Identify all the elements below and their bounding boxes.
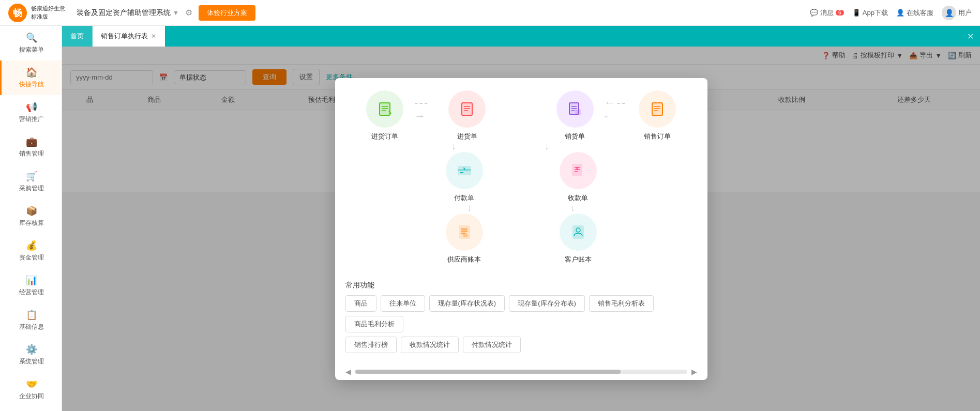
exp-btn[interactable]: 体验行业方案 xyxy=(199,5,255,21)
arrow-purchase-to-bill: - - - → xyxy=(414,96,438,123)
flow-supplier-ledger[interactable]: 供应商账本 xyxy=(433,214,495,264)
sidebar-item-quick-nav[interactable]: 🏠 快捷导航 xyxy=(0,60,62,95)
svg-rect-34 xyxy=(463,234,468,237)
scroll-left-btn[interactable]: ◀ xyxy=(345,368,351,376)
flow-payment-bill[interactable]: ¥ 付款单 xyxy=(433,152,495,203)
tab-home-label: 首页 xyxy=(70,32,84,41)
operations-icon: 📊 xyxy=(26,275,37,286)
func-btn-product[interactable]: 商品 xyxy=(345,295,376,312)
sidebar-label-purchase: 采购管理 xyxy=(19,184,44,193)
flow-receipt-bill[interactable]: ¥ 收款单 xyxy=(547,152,609,203)
scroll-thumb xyxy=(355,370,621,374)
user-label: 用户 xyxy=(958,8,972,18)
finance-icon: 💰 xyxy=(26,240,37,251)
cooperation-icon: 🤝 xyxy=(26,378,37,390)
svg-text:¥: ¥ xyxy=(576,166,578,171)
sidebar-item-basic-info[interactable]: 📋 基础信息 xyxy=(0,303,62,338)
sidebar-label-cooperation: 企业协同 xyxy=(19,392,44,401)
flow-sales-order[interactable]: 销售订单 xyxy=(628,90,687,141)
user-btn[interactable]: 👤 用户 xyxy=(942,6,972,20)
func-btn-stock-dist[interactable]: 现存量(库存分布表) xyxy=(509,295,585,312)
scroll-track[interactable] xyxy=(355,370,687,374)
tab-home[interactable]: 首页 xyxy=(62,26,93,47)
purchase-order-icon xyxy=(366,90,403,128)
sidebar-item-newbie[interactable]: 📖 新手引导 xyxy=(0,407,62,411)
sales-order-icon xyxy=(639,90,676,128)
customer-ledger-icon xyxy=(560,214,597,251)
flow-purchase-order[interactable]: 进货订单 xyxy=(356,90,415,141)
purchase-icon: 🛒 xyxy=(26,171,37,182)
receipt-bill-label: 收款单 xyxy=(568,193,588,203)
system-title: 装备及固定资产辅助管理系统 xyxy=(77,8,171,18)
sidebar-label-marketing: 营销推广 xyxy=(19,115,44,124)
sidebar-item-marketing[interactable]: 📢 营销推广 xyxy=(0,95,62,130)
message-icon: 💬 xyxy=(810,9,818,17)
purchase-bill-icon xyxy=(448,90,486,128)
sidebar-item-sales[interactable]: 💼 销售管理 xyxy=(0,130,62,164)
app-download-btn[interactable]: 📱 App下载 xyxy=(852,8,888,18)
app-download-label: App下载 xyxy=(863,8,888,18)
message-btn[interactable]: 💬 消息 6 xyxy=(810,8,844,18)
sales-order-label: 销售订单 xyxy=(644,132,671,141)
func-btn-sales-rank[interactable]: 销售排行榜 xyxy=(345,337,397,353)
online-service-btn[interactable]: 👤 在线客服 xyxy=(896,8,933,18)
tab-close-icon[interactable]: ✕ xyxy=(151,33,156,40)
logo: 畅 畅康通好生意 标准版 xyxy=(8,4,70,22)
scroll-right-btn[interactable]: ▶ xyxy=(691,368,697,376)
receipt-bill-icon: ¥ xyxy=(560,152,597,189)
service-icon: 👤 xyxy=(896,9,904,17)
basic-info-icon: 📋 xyxy=(26,309,37,321)
modal: 进货订单 - - - → xyxy=(335,78,707,380)
func-buttons-row2: 销售排行榜 收款情况统计 付款情况统计 xyxy=(345,337,697,353)
sidebar-item-finance[interactable]: 💰 资金管理 xyxy=(0,234,62,268)
sidebar-item-system[interactable]: ⚙️ 系统管理 xyxy=(0,338,62,372)
message-label: 消息 xyxy=(820,8,834,18)
tab-bar: 首页 销售订单执行表 ✕ ✕ xyxy=(62,26,980,47)
system-title-area[interactable]: 装备及固定资产辅助管理系统 ▼ xyxy=(77,8,179,18)
svg-rect-16 xyxy=(652,103,662,115)
message-badge: 6 xyxy=(836,10,844,16)
sidebar-item-purchase[interactable]: 🛒 采购管理 xyxy=(0,164,62,199)
sales-bill-label: 销货单 xyxy=(565,132,585,141)
home-icon: 🏠 xyxy=(26,67,37,78)
func-btn-product-margin[interactable]: 商品毛利分析 xyxy=(345,316,403,332)
sidebar-item-operations[interactable]: 📊 经营管理 xyxy=(0,268,62,303)
svg-rect-15 xyxy=(576,110,581,115)
func-btn-receipt-stats[interactable]: 收款情况统计 xyxy=(401,337,459,353)
tab-sales-order-exec[interactable]: 销售订单执行表 ✕ xyxy=(93,26,165,47)
func-btn-stock-status[interactable]: 现存量(库存状况表) xyxy=(429,295,505,312)
flow-purchase-bill[interactable]: 进货单 xyxy=(438,90,497,141)
sidebar-item-search[interactable]: 🔍 搜索菜单 xyxy=(0,26,62,60)
modal-overlay[interactable]: 进货订单 - - - → xyxy=(62,47,980,411)
sidebar-label-inventory: 库存核算 xyxy=(19,219,44,227)
inventory-icon: 📦 xyxy=(26,205,37,217)
chevron-down-icon: ▼ xyxy=(173,9,179,17)
sidebar-item-inventory[interactable]: 📦 库存核算 xyxy=(0,199,62,234)
logo-icon: 畅 xyxy=(8,4,27,22)
tab-sales-order-exec-label: 销售订单执行表 xyxy=(101,32,148,41)
svg-rect-0 xyxy=(380,103,390,115)
download-icon: 📱 xyxy=(852,9,861,17)
gear-icon[interactable]: ⚙ xyxy=(185,8,192,18)
common-funcs-title: 常用功能 xyxy=(345,281,697,290)
close-all-tabs-btn[interactable]: ✕ xyxy=(961,32,980,41)
sidebar-label-sales: 销售管理 xyxy=(19,149,44,158)
modal-scrollbar: ◀ ▶ xyxy=(335,366,707,380)
system-icon: ⚙️ xyxy=(26,344,37,355)
payment-bill-label: 付款单 xyxy=(454,193,474,203)
func-btn-payment-stats[interactable]: 付款情况统计 xyxy=(463,337,521,353)
func-btn-contacts[interactable]: 往来单位 xyxy=(381,295,425,312)
sales-icon: 💼 xyxy=(26,136,37,147)
sidebar-label-system: 系统管理 xyxy=(19,357,44,366)
sidebar-label-search: 搜索菜单 xyxy=(19,45,44,54)
supplier-ledger-label: 供应商账本 xyxy=(447,255,481,264)
logo-text: 畅康通好生意 标准版 xyxy=(31,5,65,21)
purchase-bill-label: 进货单 xyxy=(457,132,477,141)
func-btn-sales-margin[interactable]: 销售毛利分析表 xyxy=(589,295,654,312)
sidebar-item-cooperation[interactable]: 🤝 企业协同 xyxy=(0,372,62,407)
flow-customer-ledger[interactable]: 客户账本 xyxy=(547,214,609,264)
content-area: 首页 销售订单执行表 ✕ ✕ ❓ 帮助 🖨 xyxy=(62,26,980,411)
flow-sales-bill[interactable]: 销货单 xyxy=(546,90,605,141)
online-service-label: 在线客服 xyxy=(907,8,933,18)
func-buttons-row1: 商品 往来单位 现存量(库存状况表) 现存量(库存分布表) 销售毛利分析表 商品… xyxy=(345,295,697,332)
